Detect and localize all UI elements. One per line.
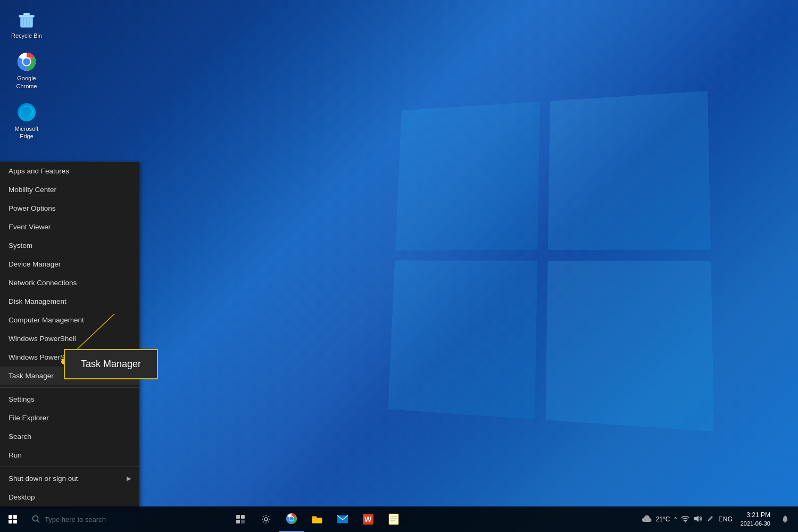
taskbar-file-explorer-button[interactable] <box>304 506 330 532</box>
menu-divider-2 <box>0 467 139 467</box>
settings-icon <box>261 514 271 524</box>
svg-rect-1 <box>19 15 35 17</box>
recycle-bin-icon[interactable]: Recycle Bin <box>5 5 48 43</box>
menu-item-event-viewer[interactable]: Event Viewer <box>0 218 139 236</box>
svg-point-14 <box>33 516 38 521</box>
svg-line-5 <box>30 18 30 26</box>
taskbar-chrome-button[interactable] <box>279 506 304 532</box>
taskbar-mail-button[interactable] <box>330 506 355 532</box>
taskbar-notes-button[interactable] <box>381 506 406 532</box>
temperature-display: 21°C <box>655 514 671 524</box>
notes-icon <box>388 513 399 525</box>
svg-line-3 <box>23 18 23 26</box>
desktop: Recycle Bin <box>0 0 798 532</box>
start-button[interactable] <box>0 506 26 532</box>
file-explorer-icon <box>311 514 323 525</box>
expand-tray-button[interactable]: ^ <box>674 516 678 523</box>
notification-icon <box>781 515 789 523</box>
svg-line-15 <box>38 521 40 523</box>
menu-item-computer-management[interactable]: Computer Management <box>0 311 139 329</box>
menu-item-system[interactable]: System <box>0 236 139 255</box>
svg-rect-24 <box>312 518 322 523</box>
svg-point-32 <box>685 521 686 522</box>
menu-item-device-manager[interactable]: Device Manager <box>0 255 139 273</box>
menu-item-windows-powershell[interactable]: Windows PowerShell <box>0 329 139 348</box>
recycle-bin-label: Recycle Bin <box>11 32 42 39</box>
taskbar-chrome-icon <box>286 513 297 525</box>
google-chrome-label: Google Chrome <box>9 74 45 90</box>
taskbar-settings-button[interactable] <box>253 506 279 532</box>
task-manager-tooltip: Task Manager <box>64 349 158 379</box>
search-icon <box>32 515 40 523</box>
taskbar-search-bar[interactable]: Type here to search <box>26 506 228 532</box>
menu-item-apps-features[interactable]: Apps and Features <box>0 162 139 180</box>
taskbar-search-placeholder: Type here to search <box>45 516 106 523</box>
menu-item-run[interactable]: Run <box>0 446 139 464</box>
google-chrome-icon[interactable]: Google Chrome <box>5 48 48 93</box>
svg-point-8 <box>23 59 30 65</box>
language-display[interactable]: ENG <box>717 514 734 524</box>
taskbar-office-button[interactable]: W <box>355 506 381 532</box>
menu-item-shut-down[interactable]: Shut down or sign out ▶ <box>0 469 139 488</box>
desktop-icons: Recycle Bin <box>5 5 48 143</box>
shut-down-arrow-icon: ▶ <box>127 475 131 482</box>
clock-time: 3:21 PM <box>741 511 770 520</box>
taskbar: Type here to search <box>0 506 798 532</box>
windows-start-icon <box>9 515 17 523</box>
menu-item-search[interactable]: Search <box>0 427 139 446</box>
menu-item-settings[interactable]: Settings <box>0 390 139 409</box>
pen-icon[interactable] <box>705 514 715 525</box>
microsoft-edge-label: Microsoft Edge <box>9 125 45 140</box>
system-clock[interactable]: 3:21 PM 2021-06-30 <box>736 511 775 528</box>
task-view-icon <box>236 514 245 524</box>
svg-point-23 <box>289 517 294 521</box>
windows-logo-decoration <box>383 96 702 415</box>
svg-text:W: W <box>364 515 372 523</box>
svg-rect-18 <box>236 520 240 523</box>
task-view-button[interactable] <box>228 506 253 532</box>
svg-rect-2 <box>23 13 29 15</box>
office-icon: W <box>362 513 374 525</box>
clock-date: 2021-06-30 <box>741 520 770 528</box>
svg-marker-33 <box>694 516 699 522</box>
svg-rect-34 <box>784 521 786 522</box>
menu-item-network-connections[interactable]: Network Connections <box>0 273 139 292</box>
cloud-icon <box>642 515 652 522</box>
context-menu: Apps and Features Mobility Center Power … <box>0 162 139 506</box>
menu-item-mobility-center[interactable]: Mobility Center <box>0 180 139 199</box>
weather-icon[interactable] <box>641 514 653 525</box>
speaker-icon <box>694 515 702 522</box>
network-icon[interactable] <box>680 514 691 525</box>
menu-item-desktop[interactable]: Desktop <box>0 488 139 506</box>
stylus-icon <box>706 515 714 522</box>
menu-item-disk-management[interactable]: Disk Management <box>0 292 139 311</box>
mail-icon <box>337 514 348 524</box>
volume-icon[interactable] <box>693 514 703 525</box>
svg-rect-28 <box>389 514 398 525</box>
svg-rect-10 <box>22 57 32 59</box>
svg-rect-19 <box>241 520 245 523</box>
svg-rect-17 <box>241 515 245 519</box>
svg-point-20 <box>264 518 268 521</box>
svg-rect-16 <box>236 515 240 519</box>
wifi-icon <box>681 515 689 522</box>
microsoft-edge-icon[interactable]: Microsoft Edge <box>5 98 48 144</box>
notification-button[interactable] <box>777 506 794 532</box>
menu-divider-1 <box>0 387 139 388</box>
menu-item-power-options[interactable]: Power Options <box>0 199 139 218</box>
menu-item-file-explorer[interactable]: File Explorer <box>0 409 139 427</box>
system-tray: 21°C ^ <box>641 506 798 532</box>
